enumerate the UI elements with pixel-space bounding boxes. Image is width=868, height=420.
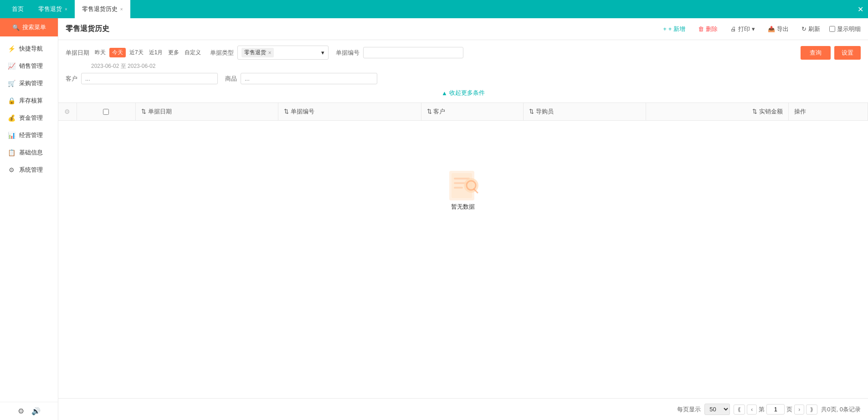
page-last-button[interactable]: ⟫ <box>806 405 817 415</box>
tab-retail-return-close[interactable]: × <box>65 7 67 12</box>
th-doc-date: ⇅ 单据日期 <box>136 103 278 121</box>
tab-retail-return-history-label: 零售退货历史 <box>82 5 118 13</box>
th-guide-sort[interactable]: ⇅ <box>529 108 536 115</box>
empty-state-row: 暂无数据 <box>58 121 868 248</box>
filter-actions: 查询 设置 <box>801 46 861 60</box>
th-guide: ⇅ 导购员 <box>523 103 646 121</box>
show-detail-toggle[interactable]: 显示明细 <box>829 25 861 33</box>
tab-home[interactable]: 首页 <box>5 0 31 18</box>
doc-type-dropdown-icon: ▾ <box>321 49 324 56</box>
th-customer-text: 客户 <box>433 108 445 115</box>
refresh-button[interactable]: ↻ 刷新 <box>798 23 824 35</box>
select-all-checkbox[interactable] <box>103 109 109 115</box>
collapse-button[interactable]: ▲ 收起更多条件 <box>442 89 485 97</box>
sidebar-item-sales-mgmt[interactable]: 📈 销售管理 <box>0 57 58 75</box>
th-guide-text: 导购员 <box>536 108 554 115</box>
th-amount-sort[interactable]: ⇅ <box>752 108 759 115</box>
page-total: 共0页, 0条记录 <box>821 405 861 414</box>
table-header: ⚙ ⇅ 单据日期 <box>58 103 868 121</box>
sidebar-search[interactable]: 🔍 搜索菜单 <box>0 18 58 36</box>
new-icon: + <box>663 26 667 32</box>
th-checkbox <box>77 103 136 121</box>
purchase-mgmt-icon: 🛒 <box>7 79 15 87</box>
table-settings-icon[interactable]: ⚙ <box>64 108 70 115</box>
svg-rect-4 <box>454 187 463 189</box>
date-opt-more[interactable]: 更多 <box>166 48 181 57</box>
sidebar-footer: ⚙ 🔊 <box>0 402 58 420</box>
print-button[interactable]: 🖨 打印 ▾ <box>727 23 759 35</box>
sidebar-audio-icon[interactable]: 🔊 <box>31 407 41 415</box>
system-icon: ⚙ <box>7 166 15 174</box>
sidebar-settings-icon[interactable]: ⚙ <box>18 407 24 415</box>
doc-type-tag-close[interactable]: × <box>268 50 271 56</box>
table-body: 暂无数据 <box>58 121 868 248</box>
th-amount-text: 实销金额 <box>759 108 783 115</box>
th-customer-sort[interactable]: ⇅ <box>427 108 434 115</box>
setting-button[interactable]: 设置 <box>834 46 861 60</box>
filter-row-2: 客户 商品 <box>66 73 861 84</box>
page-size-label: 每页显示 <box>677 405 701 414</box>
sidebar-item-system[interactable]: ⚙ 系统管理 <box>0 161 58 179</box>
page-first-button[interactable]: ⟪ <box>734 405 745 415</box>
sidebar-item-operations-label: 经营管理 <box>19 131 43 139</box>
operations-icon: 📊 <box>7 131 15 139</box>
goods-filter-field: 商品 <box>225 73 377 84</box>
th-doc-date-label: ⇅ <box>141 108 148 115</box>
doc-number-filter-label: 单据编号 <box>336 49 360 57</box>
date-opt-yesterday[interactable]: 昨天 <box>93 48 108 57</box>
sales-mgmt-icon: 📈 <box>7 62 15 70</box>
date-range-display: 2023-06-02 至 2023-06-02 <box>91 63 155 69</box>
th-doc-date-text: 单据日期 <box>148 108 172 115</box>
app-container: 首页 零售退货 × 零售退货历史 × ✕ 🔍 搜索菜单 ⚡ <box>0 0 868 420</box>
main-layout: 🔍 搜索菜单 ⚡ 快捷导航 📈 销售管理 🛒 采购管理 🔒 库 <box>0 18 868 420</box>
date-opt-today[interactable]: 今天 <box>109 48 126 57</box>
table-area: ⚙ ⇅ 单据日期 <box>58 103 868 398</box>
show-detail-checkbox[interactable] <box>829 26 835 32</box>
refresh-label: 刷新 <box>808 25 820 33</box>
th-actions-text: 操作 <box>794 108 806 115</box>
date-opt-1month[interactable]: 近1月 <box>147 48 165 57</box>
new-label: + 新增 <box>668 25 685 33</box>
customer-input[interactable] <box>81 73 218 84</box>
doc-type-select[interactable]: 零售退货 × ▾ <box>237 46 329 60</box>
finance-icon: 💰 <box>7 114 15 122</box>
goods-input[interactable] <box>241 73 377 84</box>
sidebar-item-basic-info[interactable]: 📋 基础信息 <box>0 144 58 161</box>
tab-retail-return[interactable]: 零售退货 × <box>31 0 75 18</box>
empty-state-cell: 暂无数据 <box>58 121 868 248</box>
tab-retail-return-history[interactable]: 零售退货历史 × <box>75 0 130 18</box>
delete-label: 删除 <box>706 25 718 33</box>
delete-button[interactable]: 🗑 删除 <box>694 23 721 35</box>
page-prev-button[interactable]: ‹ <box>747 405 757 415</box>
page-title: 零售退货历史 <box>66 24 109 34</box>
filter-panel: 单据日期 昨天 今天 近7天 近1月 更多 自定义 单据类型 <box>58 40 868 103</box>
th-settings: ⚙ <box>58 103 77 121</box>
sidebar-item-finance[interactable]: 💰 资金管理 <box>0 109 58 127</box>
page-size-select[interactable]: 20 50 100 <box>704 404 730 415</box>
header-actions: + + 新增 🗑 删除 🖨 打印 ▾ 📤 导出 <box>659 23 861 35</box>
window-close-button[interactable]: ✕ <box>858 5 863 14</box>
basic-info-icon: 📋 <box>7 149 15 157</box>
tab-home-label: 首页 <box>12 5 24 13</box>
th-doc-number-sort[interactable]: ⇅ <box>284 108 291 115</box>
sidebar-item-operations[interactable]: 📊 经营管理 <box>0 127 58 144</box>
date-opt-custom[interactable]: 自定义 <box>183 48 203 57</box>
query-button[interactable]: 查询 <box>801 46 831 60</box>
doc-type-filter-field: 单据类型 零售退货 × ▾ <box>210 46 329 60</box>
export-button[interactable]: 📤 导出 <box>764 23 792 35</box>
sidebar-nav: ⚡ 快捷导航 📈 销售管理 🛒 采购管理 🔒 库存核算 💰 资金管理 <box>0 36 58 402</box>
print-label: 打印 <box>738 25 750 33</box>
sidebar-item-inventory-label: 库存核算 <box>19 97 43 105</box>
sidebar-item-inventory[interactable]: 🔒 库存核算 <box>0 92 58 109</box>
new-button[interactable]: + + 新增 <box>659 23 689 35</box>
sidebar-item-purchase-mgmt[interactable]: 🛒 采购管理 <box>0 75 58 92</box>
doc-number-input[interactable] <box>363 47 463 58</box>
date-opt-7days[interactable]: 近7天 <box>128 48 145 57</box>
empty-illustration <box>440 157 486 203</box>
sidebar-item-quick-nav[interactable]: ⚡ 快捷导航 <box>0 40 58 57</box>
delete-icon: 🗑 <box>698 26 704 32</box>
doc-type-filter-label: 单据类型 <box>210 49 234 57</box>
page-number-input[interactable] <box>766 404 785 415</box>
page-next-button[interactable]: › <box>794 405 804 415</box>
tab-retail-return-history-close[interactable]: × <box>120 7 123 12</box>
